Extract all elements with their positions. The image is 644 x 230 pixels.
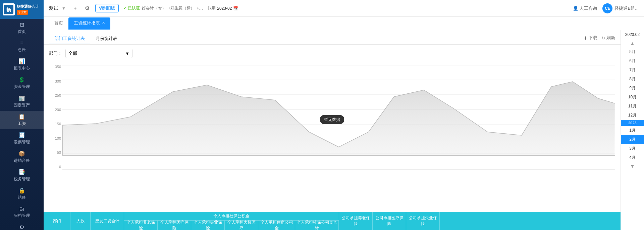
y-label-100: 100 bbox=[50, 136, 61, 140]
main-area: 测试 ▼ + ⚙ 切到旧版 ✓ 已认证 好会计（专） +好生意（标） +… 账期… bbox=[44, 0, 644, 230]
topbar-actions: + ⚙ bbox=[70, 4, 92, 13]
sidebar-item-label: 固定资产 bbox=[14, 102, 30, 108]
sidebar-item-assets[interactable]: 🏢 固定资产 bbox=[0, 92, 44, 111]
sales-icon: 📦 bbox=[18, 150, 25, 157]
year-item-2023[interactable]: 2023 bbox=[621, 120, 644, 126]
topbar-period: 账期 2023-02 📅 bbox=[208, 5, 238, 11]
chart-svg bbox=[62, 65, 615, 169]
refresh-button[interactable]: ↻ 刷新 bbox=[601, 35, 615, 41]
sidebar-item-label: 资金管理 bbox=[14, 84, 30, 90]
sidebar-item-sales[interactable]: 📦 进销台账 bbox=[0, 148, 44, 166]
sidebar-item-funds[interactable]: 💲 资金管理 bbox=[0, 74, 44, 92]
download-button[interactable]: ⬇ 下载 bbox=[584, 35, 597, 41]
month-item-8[interactable]: 8月 bbox=[621, 75, 644, 84]
th-people: 人数 bbox=[70, 212, 91, 230]
sidebar-item-label: 工资 bbox=[18, 121, 26, 127]
subtab-dept[interactable]: 部门工资统计表 bbox=[49, 34, 90, 44]
sidebar-item-label: 总账 bbox=[18, 47, 26, 53]
sidebar-item-label: 结账 bbox=[18, 195, 26, 200]
logo-icon: 畅 bbox=[3, 3, 15, 15]
company-name: 测试 bbox=[49, 5, 58, 11]
month-item-3[interactable]: 3月 bbox=[621, 144, 644, 153]
dropdown-icon[interactable]: ▼ bbox=[62, 6, 66, 11]
sidebar-item-home[interactable]: ⊞ 首页 bbox=[0, 19, 44, 37]
month-item-4[interactable]: 4月 bbox=[621, 153, 644, 162]
date-next-btn[interactable]: ▼ bbox=[621, 162, 644, 170]
user-avatar: CE bbox=[602, 3, 612, 13]
topbar-badges: ✓ 已认证 好会计（专） +好生意（标） +… bbox=[123, 5, 203, 11]
salary-icon: 📋 bbox=[18, 113, 25, 120]
topbar: 测试 ▼ + ⚙ 切到旧版 ✓ 已认证 好会计（专） +好生意（标） +… 账期… bbox=[44, 0, 644, 17]
chart-area: 0 50 100 150 200 250 300 350 bbox=[44, 62, 621, 212]
chart-container: 0 50 100 150 200 250 300 350 bbox=[49, 65, 615, 179]
tabs-bar: 首页 工资统计报表 ✕ bbox=[44, 17, 644, 30]
consult-button[interactable]: 👤 人工咨询 bbox=[573, 5, 597, 11]
calendar-icon[interactable]: 📅 bbox=[233, 6, 238, 11]
month-item-9[interactable]: 9月 bbox=[621, 84, 644, 93]
th-personal-pension: 个人承担养老保险 bbox=[124, 221, 158, 230]
subtabs-left: 部门工资统计表 月份统计表 bbox=[49, 34, 123, 44]
th-total-salary: 应发工资合计 bbox=[91, 212, 124, 230]
assets-icon: 🏢 bbox=[18, 95, 25, 101]
sidebar-item-reports[interactable]: 📊 报表中心 bbox=[0, 55, 44, 74]
switch-version-button[interactable]: 切到旧版 bbox=[95, 4, 119, 12]
archive-icon: 🗂 bbox=[19, 206, 24, 212]
month-item-12[interactable]: 12月 bbox=[621, 111, 644, 120]
sidebar-item-settings[interactable]: ⚙ 设置 bbox=[0, 221, 44, 230]
username-label: 轻捷通B组... bbox=[614, 5, 639, 11]
sidebar-item-label: 首页 bbox=[18, 29, 26, 35]
refresh-icon: ↻ bbox=[601, 36, 605, 41]
content-area: 部门工资统计表 月份统计表 ⬇ 下载 ↻ 刷新 部门： bbox=[44, 30, 644, 230]
table-header: 部门 人数 应发工资合计 个人承担社保公积金 个人承担养老保险 个人承担医疗保险… bbox=[44, 212, 621, 230]
y-label-50: 50 bbox=[50, 150, 61, 154]
tab-close-icon[interactable]: ✕ bbox=[102, 21, 105, 25]
department-select[interactable]: 全部 ▼ bbox=[65, 49, 132, 58]
th-group-cols: 个人承担养老保险 个人承担医疗保险 个人承担失业保险 个人承担大额医疗 个人承担… bbox=[124, 221, 339, 230]
subtab-monthly[interactable]: 月份统计表 bbox=[90, 34, 123, 44]
subtabs: 部门工资统计表 月份统计表 ⬇ 下载 ↻ 刷新 bbox=[44, 30, 621, 45]
month-item-11[interactable]: 11月 bbox=[621, 102, 644, 111]
sidebar-item-invoice[interactable]: 🧾 发票管理 bbox=[0, 129, 44, 148]
subtabs-right: ⬇ 下载 ↻ 刷新 bbox=[584, 35, 615, 43]
th-personal-medical: 个人承担医疗保险 bbox=[158, 221, 191, 230]
ledger-icon: ≡ bbox=[20, 40, 23, 46]
sidebar-item-archive[interactable]: 🗂 归档管理 bbox=[0, 203, 44, 221]
invoice-icon: 🧾 bbox=[18, 132, 25, 138]
y-label-250: 250 bbox=[50, 93, 61, 97]
content-main: 部门工资统计表 月份统计表 ⬇ 下载 ↻ 刷新 部门： bbox=[44, 30, 621, 230]
date-header: 2023.02 bbox=[621, 30, 644, 39]
sidebar-item-salary[interactable]: 📋 工资 bbox=[0, 111, 44, 129]
month-item-1[interactable]: 1月 bbox=[621, 126, 644, 135]
y-label-200: 200 bbox=[50, 108, 61, 112]
logo-text: 畅捷通好会计 专业版 bbox=[17, 4, 39, 15]
sidebar-item-ledger[interactable]: ≡ 总账 bbox=[0, 37, 44, 55]
sidebar-item-label: 归档管理 bbox=[14, 213, 30, 219]
y-label-300: 300 bbox=[50, 79, 61, 83]
th-personal-extra-medical: 个人承担大额医疗 bbox=[225, 221, 258, 230]
th-group-social: 个人承担社保公积金 个人承担养老保险 个人承担医疗保险 个人承担失业保险 个人承… bbox=[124, 212, 339, 230]
badge-haoshengyi: +好生意（标） bbox=[168, 5, 195, 11]
th-company-medical: 公司承担医疗保险 bbox=[373, 212, 406, 230]
month-item-5[interactable]: 5月 bbox=[621, 47, 644, 56]
tab-salary-report[interactable]: 工资统计报表 ✕ bbox=[68, 17, 110, 30]
y-label-0: 0 bbox=[50, 165, 61, 169]
sidebar-item-label: 发票管理 bbox=[14, 139, 30, 145]
add-button[interactable]: + bbox=[70, 4, 80, 13]
badge-haokuai: 好会计（专） bbox=[142, 5, 166, 11]
month-item-10[interactable]: 10月 bbox=[621, 93, 644, 102]
month-item-6[interactable]: 6月 bbox=[621, 56, 644, 65]
settings-icon: ⚙ bbox=[19, 224, 24, 230]
tab-home[interactable]: 首页 bbox=[49, 17, 68, 30]
date-prev-btn[interactable]: ▲ bbox=[621, 39, 644, 47]
month-item-7[interactable]: 7月 bbox=[621, 65, 644, 75]
settings-button[interactable]: ⚙ bbox=[83, 4, 92, 13]
th-company-unemployment: 公司承担失业保险 bbox=[406, 212, 440, 230]
tax-icon: 📑 bbox=[18, 169, 25, 175]
sidebar-item-close[interactable]: 🔒 结账 bbox=[0, 185, 44, 203]
download-icon: ⬇ bbox=[584, 36, 587, 41]
sidebar-item-tax[interactable]: 📑 税务管理 bbox=[0, 166, 44, 185]
user-menu[interactable]: CE 轻捷通B组... bbox=[602, 3, 639, 13]
y-label-150: 150 bbox=[50, 122, 61, 126]
funds-icon: 💲 bbox=[18, 77, 25, 83]
month-item-2[interactable]: 2月 bbox=[621, 135, 644, 144]
